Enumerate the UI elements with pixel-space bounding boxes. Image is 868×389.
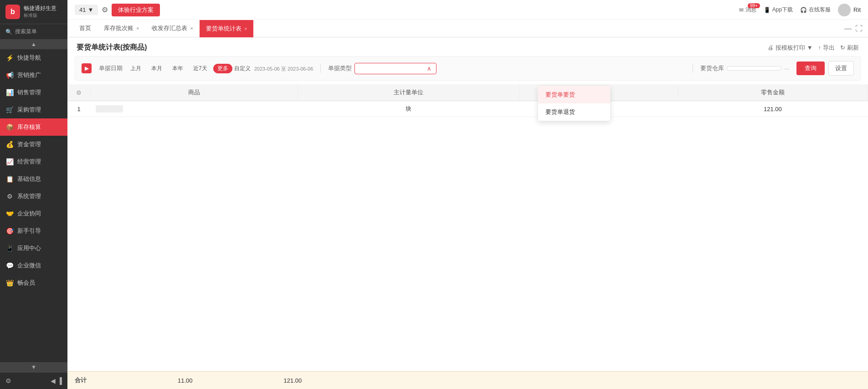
col-amount: 零售金额 — [678, 84, 868, 101]
filter-actions: 查询 设置 — [796, 61, 854, 76]
page-header-actions: 🖨 按模板打印 ▼ ↑ 导出 ↻ 刷新 — [768, 44, 859, 52]
wechat-icon: 💬 — [5, 261, 14, 270]
data-table: ⚙ 商品 主计量单位 主数量 零售金额 1 — [67, 84, 868, 117]
marketing-icon: 📢 — [5, 71, 14, 79]
tab-minimize-icon[interactable]: — — [844, 25, 852, 33]
sidebar-item-label: 基础信息 — [17, 175, 41, 183]
type-filter-group: 单据类型 ∧ 要货单要货 要货单退货 — [328, 63, 685, 74]
sidebar-item-finance[interactable]: 💰 资金管理 — [0, 136, 67, 153]
tab-batch-label: 库存批次账 — [104, 24, 134, 32]
store-selector[interactable]: 41 ▼ — [75, 5, 98, 15]
store-dropdown-icon: ▼ — [87, 6, 93, 13]
type-dropdown: 要货单要货 要货单退货 — [538, 86, 611, 121]
sidebar-item-wechat[interactable]: 💬 企业微信 — [0, 257, 67, 274]
tab-order-stat[interactable]: 要货单统计表 × — [200, 20, 253, 37]
page-body: 要货单统计表(按商品) 🖨 按模板打印 ▼ ↑ 导出 ↻ 刷新 — [67, 37, 868, 389]
app-download-link[interactable]: 📱 App下载 — [764, 6, 793, 14]
sidebar-item-inventory[interactable]: 📦 库存核算 — [0, 118, 67, 136]
date-this-month[interactable]: 本月 — [147, 63, 166, 74]
tabbar-right: — ⛶ — [844, 25, 863, 33]
sidebar-scroll-up[interactable]: ▲ — [0, 39, 67, 49]
newguide-icon: 🎯 — [5, 227, 14, 235]
filter-expand-button[interactable]: ▶ — [82, 63, 92, 73]
sidebar-item-label: 系统管理 — [17, 192, 41, 200]
table-row: 1 块 11.00 121.00 — [67, 101, 868, 117]
tab-summary[interactable]: 收发存汇总表 × — [145, 20, 199, 37]
topbar-gear-icon[interactable]: ⚙ — [102, 5, 108, 14]
table-gear-icon[interactable]: ⚙ — [76, 89, 82, 96]
appstore-icon: 📱 — [5, 244, 14, 252]
sidebar-item-system[interactable]: ⚙ 系统管理 — [0, 188, 67, 205]
warehouse-filter-label: 要货仓库 — [700, 64, 724, 72]
warehouse-dots[interactable]: ··· — [784, 65, 789, 72]
search-label: 搜索菜单 — [15, 28, 37, 36]
warehouse-filter-group: 要货仓库 ··· — [700, 64, 789, 72]
collapse-icon[interactable]: ◀ ▐ — [51, 377, 62, 384]
footer-label: 合计 — [75, 376, 87, 384]
tab-batch-close[interactable]: × — [136, 26, 139, 31]
warehouse-input[interactable] — [727, 66, 781, 71]
refresh-button[interactable]: ↻ 刷新 — [840, 44, 859, 52]
date-more[interactable]: 更多 — [213, 64, 232, 73]
tab-order-stat-close[interactable]: × — [244, 26, 247, 31]
date-last-month[interactable]: 上月 — [126, 63, 145, 74]
filter-bar: ▶ 单据日期 上月 本月 本年 近7天 更多 自定义 2023-05-06 至 … — [75, 56, 861, 81]
sidebar-item-operations[interactable]: 📈 经营管理 — [0, 153, 67, 170]
user-name: Rit — [853, 6, 861, 13]
print-dropdown-icon: ▼ — [807, 44, 813, 51]
row-product — [90, 101, 298, 117]
filter-divider-2 — [693, 64, 693, 73]
col-gear: ⚙ — [67, 84, 90, 101]
topbar-left: 41 ▼ ⚙ 体验行业方案 — [75, 4, 734, 16]
tab-home[interactable]: 首页 — [73, 20, 98, 37]
date-7days[interactable]: 近7天 — [189, 63, 211, 74]
date-this-year[interactable]: 本年 — [168, 63, 187, 74]
app-download-icon: 📱 — [764, 7, 770, 13]
tab-summary-label: 收发存汇总表 — [152, 24, 187, 32]
sidebar-scroll-down[interactable]: ▼ — [0, 362, 67, 372]
sidebar-bottom: ⚙ ◀ ▐ — [0, 372, 67, 389]
refresh-label: 刷新 — [847, 44, 859, 52]
table-footer: 合计 11.00 121.00 — [67, 371, 868, 389]
tabbar: 首页 库存批次账 × 收发存汇总表 × 要货单统计表 × — ⛶ — [67, 20, 868, 37]
table-header-row: ⚙ 商品 主计量单位 主数量 零售金额 — [67, 84, 868, 101]
tab-expand-icon[interactable]: ⛶ — [855, 25, 863, 33]
tab-summary-close[interactable]: × — [190, 26, 193, 31]
sidebar-search[interactable]: 🔍 搜索菜单 — [0, 24, 67, 39]
query-button[interactable]: 查询 — [796, 61, 825, 75]
sidebar-item-sales[interactable]: 📊 销售管理 — [0, 84, 67, 101]
sidebar-item-marketing[interactable]: 📢 营销推广 — [0, 67, 67, 84]
sidebar-nav: ⚡ 快捷导航 📢 营销推广 📊 销售管理 🛒 采购管理 📦 库存核算 💰 资金管… — [0, 49, 67, 362]
sidebar-item-basics[interactable]: 📋 基础信息 — [0, 170, 67, 188]
product-name-placeholder — [96, 105, 123, 113]
export-label: 导出 — [823, 44, 835, 52]
export-button[interactable]: ↑ 导出 — [818, 44, 835, 52]
online-service-link[interactable]: 🎧 在线客服 — [800, 6, 831, 14]
topbar: 41 ▼ ⚙ 体验行业方案 ✉ 消息 99+ 📱 App下载 🎧 在线客服 R — [67, 0, 868, 20]
date-custom[interactable]: 自定义 — [234, 65, 251, 72]
logo-icon: b — [5, 5, 20, 19]
tab-batch[interactable]: 库存批次账 × — [98, 20, 145, 37]
user-area[interactable]: Rit — [838, 4, 861, 16]
dropdown-item-return[interactable]: 要货单退货 — [538, 103, 610, 121]
sidebar-item-shortcut[interactable]: ⚡ 快捷导航 — [0, 49, 67, 67]
sidebar-item-newguide[interactable]: 🎯 新手引导 — [0, 222, 67, 240]
set-button[interactable]: 设置 — [828, 61, 854, 76]
sidebar-item-appstore[interactable]: 📱 应用中心 — [0, 240, 67, 257]
type-select-arrow: ∧ — [427, 65, 431, 72]
settings-icon[interactable]: ⚙ — [5, 377, 11, 384]
footer-total-amount: 121.00 — [284, 377, 302, 384]
type-select[interactable]: ∧ — [354, 63, 437, 74]
print-button[interactable]: 🖨 按模板打印 ▼ — [768, 44, 813, 52]
sidebar-item-member[interactable]: 👑 畅会员 — [0, 274, 67, 292]
sidebar-item-enterprise[interactable]: 🤝 企业协同 — [0, 205, 67, 222]
sidebar-item-label: 营销推广 — [17, 71, 41, 79]
sidebar-item-purchase[interactable]: 🛒 采购管理 — [0, 101, 67, 118]
sidebar-item-label: 资金管理 — [17, 140, 41, 148]
message-badge[interactable]: ✉ 消息 99+ — [739, 6, 756, 14]
promo-button[interactable]: 体验行业方案 — [112, 4, 160, 16]
operations-icon: 📈 — [5, 158, 14, 166]
dropdown-item-purchase[interactable]: 要货单要货 — [538, 86, 610, 103]
print-label: 按模板打印 — [776, 44, 805, 52]
print-icon: 🖨 — [768, 44, 774, 51]
